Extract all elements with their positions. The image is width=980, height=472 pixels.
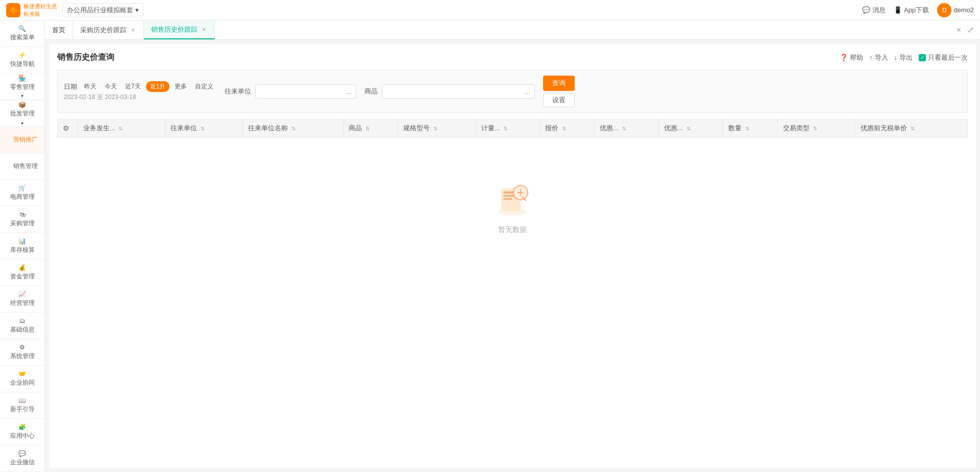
export-btn[interactable]: ↓ 导出 — [894, 53, 913, 62]
sidebar-item-retail[interactable]: 🏪 零售管理 ▾ — [0, 74, 44, 100]
header-row: ⚙ 业务发生... ⇅ 往来单位 ⇅ 往来单位名称 — [58, 120, 968, 137]
partner-select-icon[interactable]: ... — [346, 87, 352, 96]
goods-select-icon[interactable]: ... — [524, 87, 530, 96]
operations-icon: 📈 — [18, 291, 26, 298]
sidebar-item-inventory[interactable]: 📊 库存核算 — [0, 233, 44, 259]
sort-icon: ⇅ — [622, 126, 626, 131]
tab-purchase-history[interactable]: 采购历史价跟踪 × — [73, 20, 144, 39]
sidebar-item-ecommerce[interactable]: 🛒 电商管理 — [0, 180, 44, 206]
app-selector[interactable]: 办公用品行业模拟账套 ▾ — [62, 3, 143, 17]
tab-home[interactable]: 首页 — [45, 20, 73, 39]
avatar: D — [937, 3, 951, 17]
th-date[interactable]: 业务发生... ⇅ — [78, 120, 165, 137]
th-goods[interactable]: 商品 ⇅ — [344, 120, 398, 137]
sort-icon: ⇅ — [201, 126, 205, 131]
svg-rect-4 — [503, 198, 512, 200]
partner-input[interactable] — [260, 88, 346, 96]
tab-close-purchase[interactable]: × — [130, 26, 136, 34]
table-header: ⚙ 业务发生... ⇅ 往来单位 ⇅ 往来单位名称 — [58, 120, 968, 137]
header-left: 🔶 畅捷通好生意 标准版 办公用品行业模拟账套 ▾ — [6, 3, 143, 17]
only-last-checkbox-area[interactable]: ✓ 只看最后一次 — [919, 53, 968, 62]
sidebar-item-wechat[interactable]: 💬 企业微信 — [0, 445, 44, 472]
th-trade-type[interactable]: 交易类型 ⇅ — [777, 120, 855, 137]
th-partner-name[interactable]: 往来单位名称 ⇅ — [243, 120, 344, 137]
th-price[interactable]: 报价 ⇅ — [540, 120, 595, 137]
empty-text: 暂无数据 — [498, 225, 527, 234]
sidebar-item-finance[interactable]: 💰 资金管理 — [0, 259, 44, 286]
sidebar-item-sales-mgmt[interactable]: 销售管理 — [0, 153, 44, 180]
message-btn[interactable]: 💬 消息 — [862, 6, 886, 15]
settings-button[interactable]: 设置 — [543, 93, 575, 107]
sidebar-item-shortcuts[interactable]: ⚡ 快捷导航 — [0, 47, 44, 74]
action-buttons: 查询 设置 — [543, 76, 575, 107]
sidebar-item-basic-info[interactable]: 🗂 基础信息 — [0, 313, 44, 339]
sort-icon: ⇅ — [118, 126, 122, 131]
th-discount2[interactable]: 优惠... ⇅ — [659, 120, 723, 137]
sidebar-item-guide[interactable]: 📖 新手引导 — [0, 392, 44, 419]
date-btn-7days[interactable]: 近7天 — [122, 81, 144, 92]
sidebar-item-marketing[interactable]: 营销推广 — [0, 127, 44, 153]
page-content: 销售历史价查询 ❓ 帮助 ↑ 导入 ↓ 导出 ✓ — [49, 44, 976, 468]
header-right: 💬 消息 📱 App下载 D demo2 — [862, 3, 974, 17]
sort-icon: ⇅ — [503, 126, 507, 131]
th-no-tax-price[interactable]: 优惠前无税单价 ⇅ — [855, 120, 968, 137]
svg-rect-3 — [503, 195, 514, 197]
date-label: 日期 — [64, 82, 77, 91]
guide-icon: 📖 — [18, 397, 26, 404]
date-btn-1month[interactable]: 近1月 — [146, 81, 170, 92]
th-discount1[interactable]: 优惠... ⇅ — [595, 120, 659, 137]
sidebar-item-operations[interactable]: 📈 经营管理 — [0, 286, 44, 313]
sidebar-item-system[interactable]: ⚙ 系统管理 — [0, 339, 44, 366]
tab-close-sales[interactable]: × — [201, 26, 207, 34]
gear-icon[interactable]: ⚙ — [63, 124, 69, 132]
th-unit[interactable]: 计量... ⇅ — [476, 120, 540, 137]
date-range-display: 2023-02-18 至 2023-03-18 — [64, 93, 216, 102]
title-actions: ❓ 帮助 ↑ 导入 ↓ 导出 ✓ 只看最后一次 — [840, 53, 968, 62]
help-btn[interactable]: ❓ 帮助 — [840, 53, 863, 62]
date-btn-more[interactable]: 更多 — [172, 81, 190, 92]
sidebar-item-search[interactable]: 🔍 搜索菜单 — [0, 20, 44, 47]
query-button[interactable]: 查询 — [543, 76, 575, 91]
th-gear[interactable]: ⚙ — [58, 120, 78, 137]
tab-sales-history[interactable]: 销售历史价跟踪 × — [144, 20, 215, 39]
logo-text: 畅捷通好生意 标准版 — [23, 3, 57, 17]
sidebar-item-purchase[interactable]: 🛍 采购管理 — [0, 206, 44, 233]
sidebar-item-enterprise[interactable]: 🤝 企业协同 — [0, 366, 44, 392]
chevron-down-icon: ▾ — [135, 6, 139, 14]
sort-icon: ⇅ — [745, 126, 749, 131]
app-download-btn[interactable]: 📱 App下载 — [894, 6, 929, 15]
goods-input[interactable] — [386, 88, 524, 96]
window-close-btn[interactable]: × — [955, 25, 962, 36]
th-partner-code[interactable]: 往来单位 ⇅ — [165, 120, 242, 137]
th-spec[interactable]: 规格型号 ⇅ — [398, 120, 476, 137]
date-btn-today[interactable]: 今天 — [102, 81, 120, 92]
sort-icon: ⇅ — [562, 126, 566, 131]
sidebar-item-app-center[interactable]: 🧩 应用中心 — [0, 419, 44, 445]
filter-bar: 日期 昨天 今天 近7天 近1月 更多 自定义 2023-02-18 至 202… — [57, 70, 968, 113]
date-btn-custom[interactable]: 自定义 — [192, 81, 216, 92]
search-icon: 🔍 — [18, 25, 26, 32]
sidebar-item-wholesale[interactable]: 📦 批发管理 ▴ — [0, 100, 44, 127]
content-area: 首页 采购历史价跟踪 × 销售历史价跟踪 × × ⤢ 销售历史价查询 — [45, 20, 980, 472]
message-icon: 💬 — [862, 6, 870, 14]
help-icon: ❓ — [840, 54, 848, 61]
app-center-icon: 🧩 — [18, 423, 26, 431]
logo-icon: 🔶 — [6, 3, 20, 17]
sort-icon: ⇅ — [365, 126, 370, 131]
window-maximize-btn[interactable]: ⤢ — [966, 24, 975, 36]
import-btn[interactable]: ↑ 导入 — [869, 53, 888, 62]
inventory-icon: 📊 — [18, 238, 26, 245]
retail-icon: 🏪 — [18, 75, 26, 82]
partner-filter-group: 往来单位 ... — [225, 84, 356, 99]
user-area[interactable]: D demo2 — [937, 3, 974, 17]
data-table: ⚙ 业务发生... ⇅ 往来单位 ⇅ 往来单位名称 — [57, 119, 968, 137]
basic-info-icon: 🗂 — [19, 317, 26, 324]
partner-input-wrap[interactable]: ... — [255, 84, 356, 99]
only-last-checkbox[interactable]: ✓ — [919, 54, 926, 61]
chevron-up-icon: ▴ — [21, 120, 23, 125]
ecommerce-icon: 🛒 — [18, 184, 26, 192]
date-btn-yesterday[interactable]: 昨天 — [81, 81, 100, 92]
date-filter-group: 日期 昨天 今天 近7天 近1月 更多 自定义 2023-02-18 至 202… — [64, 81, 216, 102]
goods-input-wrap[interactable]: ... — [382, 84, 535, 99]
th-qty[interactable]: 数量 ⇅ — [723, 120, 777, 137]
